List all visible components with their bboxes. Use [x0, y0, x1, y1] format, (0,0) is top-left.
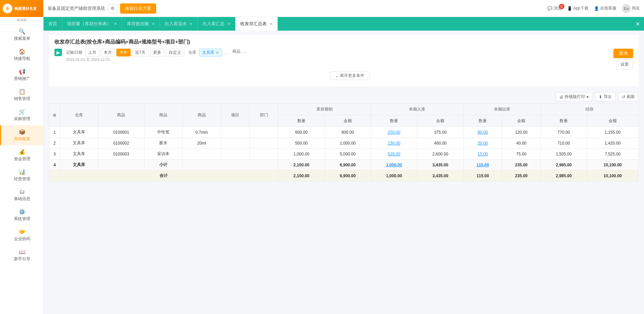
- cell-in-qty[interactable]: 520.00: [371, 149, 417, 160]
- date-btn-this-year[interactable]: 本年: [116, 49, 131, 56]
- th-open-amt: 金额: [325, 115, 371, 127]
- print-arrow-icon: ▾: [587, 95, 589, 99]
- footer-out-amt: 235.00: [502, 170, 541, 181]
- guide-icon: 📖: [19, 249, 26, 255]
- th-open-qty: 数量: [278, 115, 325, 127]
- cell-code: 0100003: [98, 149, 144, 160]
- date-btn-last-month[interactable]: 上月: [85, 49, 99, 56]
- subtotal-out-qty[interactable]: 115.00: [463, 160, 502, 170]
- tab-inout-flow[interactable]: 出入库流水 ✕: [160, 17, 198, 31]
- cell-in-qty[interactable]: 250.00: [371, 127, 417, 138]
- sidebar-item-corp[interactable]: 🤝 企业协同: [0, 225, 43, 245]
- marketing-icon: 📢: [19, 68, 26, 75]
- app-icon: 📱: [567, 6, 572, 11]
- th-out-amt: 金额: [502, 115, 541, 127]
- refresh-button[interactable]: ↺ 刷新: [618, 92, 639, 101]
- sidebar-item-guide[interactable]: 📖 新手引导: [0, 245, 43, 265]
- cell-warehouse: 文具库: [60, 138, 98, 149]
- tab-inout-summary[interactable]: 出入库汇总 ✕: [198, 17, 235, 31]
- subtotal-no: 4: [49, 160, 60, 170]
- tab-recv-send[interactable]: 收发存汇总表 ✕: [235, 17, 278, 31]
- system-settings-button[interactable]: ⚙: [108, 4, 117, 13]
- goods-more[interactable]: ...: [243, 49, 247, 54]
- date-btn-more[interactable]: 更多: [150, 49, 164, 56]
- subtotal-bal-qty: 2,985.00: [541, 160, 587, 170]
- th-group-open: 库存期初: [278, 104, 371, 115]
- table-settings-button[interactable]: 设置: [616, 60, 633, 69]
- footer-open-qty: 2,100.00: [278, 170, 325, 181]
- sidebar-item-label: 营销推广: [14, 76, 30, 82]
- sidebar-item-label: 采购管理: [14, 116, 30, 122]
- cell-bal-amt: 1,420.00: [587, 138, 638, 149]
- sidebar-item-finance[interactable]: 💰 资金管理: [0, 145, 43, 165]
- sidebar-item-sales[interactable]: 📋 销售管理: [0, 85, 43, 105]
- message-icon: 💬: [547, 6, 552, 11]
- sidebar-item-system[interactable]: ⚙️ 系统管理: [0, 205, 43, 225]
- date-filter: 记账日期 上月 本月 本年 近7天 更多 自定义: [66, 49, 184, 62]
- cell-in-amt: 2,600.00: [417, 149, 463, 160]
- cell-warehouse: 文具库: [60, 149, 98, 160]
- table-row: 1 文具库 0100001 中性笔 0.7mm 600.00 900.00 25…: [49, 127, 639, 138]
- search-icon: 🔍: [19, 28, 26, 35]
- tab-batch[interactable]: 库存批次账 ✕: [122, 17, 160, 31]
- app-download-button[interactable]: 📱 App下载: [567, 5, 589, 11]
- tab-stock-dist[interactable]: 现存量（库存分布表） ✕: [62, 17, 122, 31]
- service-icon: 👤: [594, 6, 599, 11]
- tab-home[interactable]: 首页: [44, 17, 62, 31]
- sidebar-item-marketing[interactable]: 📢 营销推广: [0, 65, 43, 85]
- tab-stock-dist-close[interactable]: ✕: [114, 22, 117, 26]
- sidebar-version-label: 标准版: [0, 17, 43, 25]
- tab-inout-flow-label: 出入库流水: [165, 21, 187, 27]
- table-row: 2 文具库 0100002 胶水 20ml 500.00 1,000.00 23…: [49, 138, 639, 149]
- sidebar-item-base[interactable]: 🗂 基础信息: [0, 185, 43, 205]
- expand-btn-label: 展开更多条件: [340, 73, 364, 79]
- message-button[interactable]: 💬 消息 6: [547, 5, 562, 11]
- sidebar-item-label: 快捷导航: [14, 56, 30, 62]
- cell-out-qty[interactable]: 15.00: [463, 149, 502, 160]
- sidebar-item-quicknav[interactable]: 🏠 快捷导航: [0, 45, 43, 65]
- cell-in-qty[interactable]: 230.00: [371, 138, 417, 149]
- goods-label: 商品: [232, 49, 241, 54]
- warehouse-tag[interactable]: 文具库 ✕: [199, 49, 222, 56]
- collapse-button[interactable]: ▶: [54, 49, 62, 56]
- sidebar-item-inventory[interactable]: 📦 库存核算: [0, 125, 43, 145]
- sidebar-item-label: 系统管理: [14, 216, 30, 222]
- online-service-button[interactable]: 👤 在线客服: [594, 5, 616, 11]
- cell-bal-qty: 770.00: [541, 127, 587, 138]
- export-button[interactable]: ⬇ 导出: [595, 92, 615, 101]
- cell-out-amt: 40.00: [502, 138, 541, 149]
- date-btn-this-month[interactable]: 本月: [101, 49, 115, 56]
- main-content: 装备及固定资产辅助管理系统 ⚙ 体验行业方案 💬 消息 6 📱 App下载 👤 …: [44, 0, 644, 314]
- cell-dept: [250, 138, 278, 149]
- trial-button[interactable]: 体验行业方案: [120, 3, 156, 14]
- cell-out-qty[interactable]: 20.00: [463, 138, 502, 149]
- table-toolbar: 🖨 拆镶版打印 ▾ ⬇ 导出 ↺ 刷新: [49, 89, 639, 103]
- subtotal-in-qty[interactable]: 1,000.00: [371, 160, 417, 170]
- date-btn-7days[interactable]: 近7天: [132, 49, 149, 56]
- sidebar-item-purchase[interactable]: 🛒 采购管理: [0, 105, 43, 125]
- tab-bar-close-all[interactable]: ✕: [631, 21, 644, 27]
- query-button[interactable]: 查询: [613, 49, 633, 58]
- service-label: 在线客服: [600, 5, 616, 11]
- cell-out-qty[interactable]: 80.00: [463, 127, 502, 138]
- th-settings[interactable]: ⚙: [49, 104, 60, 127]
- finance-icon: 💰: [19, 149, 26, 155]
- user-menu-button[interactable]: Ea 用友: [622, 4, 640, 13]
- tab-recv-send-close[interactable]: ✕: [269, 22, 273, 26]
- expand-conditions-button[interactable]: ⌄ 展开更多条件: [330, 71, 369, 80]
- warehouse-more[interactable]: ...: [225, 50, 228, 55]
- tab-inout-flow-close[interactable]: ✕: [189, 22, 193, 26]
- subtotal-code: [98, 160, 144, 170]
- sidebar-item-operation[interactable]: 📊 经营管理: [0, 165, 43, 185]
- logo: 6 畅捷通好生意: [0, 0, 43, 17]
- tab-batch-close[interactable]: ✕: [152, 22, 155, 26]
- tab-inout-summary-close[interactable]: ✕: [227, 22, 230, 26]
- tab-inout-summary-label: 出入库汇总: [202, 21, 225, 27]
- cell-name: 中性笔: [144, 127, 182, 138]
- tab-home-label: 首页: [48, 21, 57, 27]
- date-btn-custom[interactable]: 自定义: [166, 49, 184, 56]
- sidebar-item-search[interactable]: 🔍 搜索菜单: [0, 25, 43, 45]
- warehouse-tag-close[interactable]: ✕: [216, 50, 219, 55]
- print-button[interactable]: 🖨 拆镶版打印 ▾: [556, 92, 592, 101]
- base-icon: 🗂: [19, 189, 25, 195]
